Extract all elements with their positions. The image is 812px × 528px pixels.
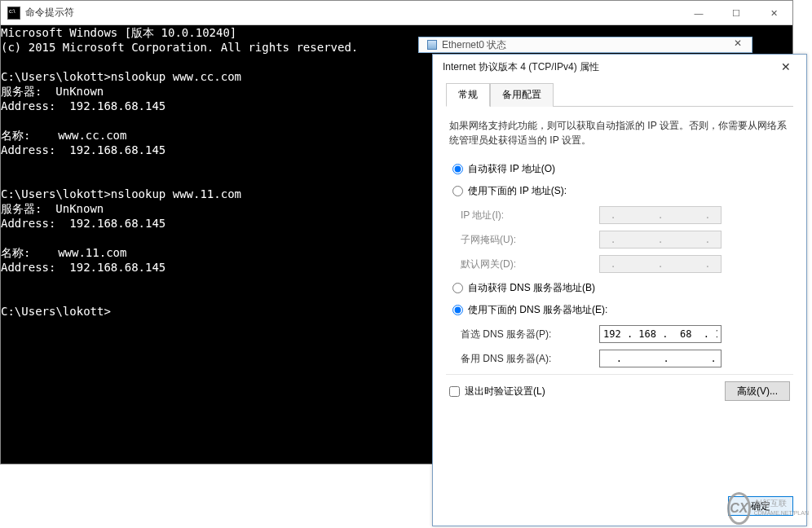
watermark-icon: CX	[727, 492, 751, 525]
alternate-dns-input[interactable]	[599, 350, 722, 367]
maximize-button[interactable]: ☐	[717, 1, 755, 25]
radio-manual-dns-input[interactable]	[452, 305, 463, 315]
dns-field-group: 首选 DNS 服务器(P): 备用 DNS 服务器(A):	[461, 325, 790, 367]
ethernet-icon	[427, 40, 437, 50]
tab-general[interactable]: 常规	[446, 83, 490, 107]
cmd-titlebar[interactable]: 命令提示符 — ☐ ✕	[1, 1, 792, 25]
subnet-mask-label: 子网掩码(U):	[461, 233, 599, 247]
radio-auto-dns-label: 自动获得 DNS 服务器地址(B)	[468, 281, 595, 295]
subnet-mask-input	[599, 231, 722, 249]
gateway-input	[599, 255, 722, 273]
bottom-row: 退出时验证设置(L) 高级(V)...	[449, 381, 790, 401]
advanced-button[interactable]: 高级(V)...	[725, 381, 790, 401]
alternate-dns-label: 备用 DNS 服务器(A):	[461, 352, 599, 366]
watermark-brand: 创新互联	[754, 499, 809, 508]
ip-field-group: IP 地址(I): 子网掩码(U): 默认网关(D):	[461, 206, 790, 273]
radio-auto-ip[interactable]: 自动获得 IP 地址(O)	[452, 162, 787, 176]
watermark-sub: CDMAME.NET/PLAN	[754, 508, 809, 518]
tab-alternate[interactable]: 备用配置	[490, 83, 554, 107]
preferred-dns-input[interactable]	[599, 325, 722, 343]
description-text: 如果网络支持此功能，则可以获取自动指派的 IP 设置。否则，你需要从网络系统管理…	[449, 118, 790, 147]
ethernet-title: Ethernet0 状态	[442, 38, 506, 52]
ipv4-body: 常规 备用配置 如果网络支持此功能，则可以获取自动指派的 IP 设置。否则，你需…	[433, 79, 806, 409]
radio-manual-ip-label: 使用下面的 IP 地址(S):	[468, 184, 567, 198]
radio-auto-ip-label: 自动获得 IP 地址(O)	[468, 162, 555, 176]
ethernet-close-button[interactable]: ✕	[726, 37, 750, 52]
exit-validate-checkbox[interactable]	[449, 386, 460, 397]
radio-auto-dns[interactable]: 自动获得 DNS 服务器地址(B)	[452, 281, 787, 295]
ipv4-close-button[interactable]: ✕	[774, 60, 798, 73]
radio-auto-ip-input[interactable]	[452, 164, 463, 174]
ipv4-properties-dialog: Internet 协议版本 4 (TCP/IPv4) 属性 ✕ 常规 备用配置 …	[432, 54, 807, 526]
ip-address-label: IP 地址(I):	[461, 209, 599, 222]
cmd-title: 命令提示符	[25, 6, 74, 20]
exit-validate-label: 退出时验证设置(L)	[465, 385, 545, 398]
ipv4-titlebar[interactable]: Internet 协议版本 4 (TCP/IPv4) 属性 ✕	[433, 55, 806, 79]
gateway-label: 默认网关(D):	[461, 257, 599, 271]
watermark-logo: CX 创新互联 CDMAME.NET/PLAN	[727, 489, 809, 528]
exit-validate-row[interactable]: 退出时验证设置(L)	[449, 385, 545, 398]
watermark-text: 创新互联 CDMAME.NET/PLAN	[754, 499, 809, 518]
radio-manual-dns-label: 使用下面的 DNS 服务器地址(E):	[468, 303, 607, 317]
close-button[interactable]: ✕	[755, 1, 792, 25]
radio-auto-dns-input[interactable]	[452, 283, 463, 293]
radio-manual-ip[interactable]: 使用下面的 IP 地址(S):	[452, 184, 787, 198]
ip-address-input	[599, 206, 722, 224]
radio-manual-ip-input[interactable]	[452, 186, 463, 196]
radio-manual-dns[interactable]: 使用下面的 DNS 服务器地址(E):	[452, 303, 787, 317]
window-controls: — ☐ ✕	[680, 1, 792, 25]
ethernet-status-window: Ethernet0 状态 ✕	[418, 37, 752, 53]
ipv4-title-text: Internet 协议版本 4 (TCP/IPv4) 属性	[443, 60, 599, 74]
minimize-button[interactable]: —	[680, 1, 717, 25]
tab-strip: 常规 备用配置	[446, 82, 793, 107]
cmd-icon	[7, 7, 20, 20]
preferred-dns-label: 首选 DNS 服务器(P):	[461, 328, 599, 341]
separator	[446, 374, 793, 375]
